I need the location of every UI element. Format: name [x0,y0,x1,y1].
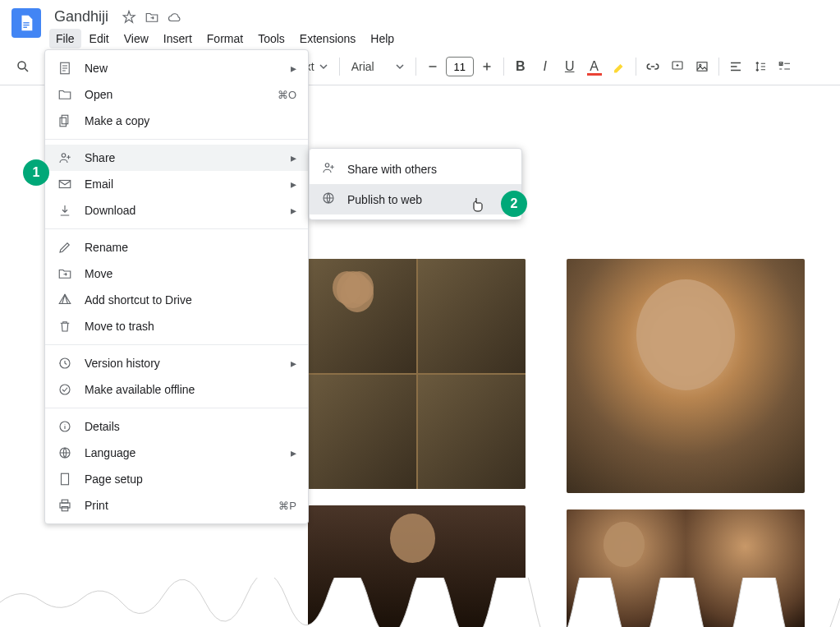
svg-point-11 [62,154,66,158]
separator [45,139,308,140]
menu-format[interactable]: Format [200,29,250,48]
title-area: Gandhiji File Edit View Insert Format To… [49,7,401,48]
embedded-image[interactable] [567,259,805,493]
menu-move[interactable]: Move [45,260,308,287]
menu-details[interactable]: Details [45,413,308,440]
label: Details [85,420,120,433]
label: Publish to web [347,193,422,206]
menu-make-copy[interactable]: Make a copy [45,108,308,134]
docs-logo[interactable] [11,8,41,38]
svg-rect-0 [23,22,29,23]
separator [45,228,308,229]
insert-link-icon[interactable] [641,55,664,78]
checklist-icon[interactable] [773,55,796,78]
copy-icon [57,113,73,129]
document-title[interactable]: Gandhiji [49,7,113,27]
font-size-input[interactable]: 11 [446,57,474,76]
menu-move-trash[interactable]: Move to trash [45,313,308,339]
underline-icon[interactable]: U [558,55,581,78]
chevron-right-icon: ▸ [291,204,296,217]
label: Make a copy [85,114,149,127]
label: Email [85,177,113,191]
font-dropdown[interactable]: Arial [345,57,411,76]
chevron-right-icon: ▸ [291,151,296,164]
edit-icon [57,239,73,256]
label: Move [85,267,112,280]
svg-point-21 [325,164,329,168]
svg-rect-2 [23,27,27,28]
search-icon[interactable] [11,55,34,78]
cloud-icon[interactable] [168,10,182,25]
menu-make-offline[interactable]: Make available offline [45,376,308,403]
svg-rect-9 [62,115,68,124]
menu-tools[interactable]: Tools [251,29,291,48]
separator [503,58,504,76]
menu-extensions[interactable]: Extensions [293,29,362,48]
menu-download[interactable]: Download ▸ [45,197,308,224]
menu-help[interactable]: Help [364,29,401,48]
svg-rect-17 [62,473,69,485]
label: Open [85,88,112,101]
svg-point-14 [60,385,70,394]
menu-insert[interactable]: Insert [157,29,199,48]
offline-icon [57,381,73,398]
svg-rect-20 [62,507,68,511]
embedded-image[interactable] [308,259,526,489]
star-icon[interactable] [122,10,136,25]
svg-rect-5 [697,62,707,71]
page-icon [57,471,73,487]
separator [45,408,308,408]
menu-rename[interactable]: Rename [45,234,308,260]
share-submenu: Share with others Publish to web [309,148,522,220]
menu-view[interactable]: View [117,29,155,48]
globe-icon [57,445,73,461]
menubar: File Edit View Insert Format Tools Exten… [49,29,401,48]
separator [718,58,719,76]
label: Page setup [85,473,143,486]
drive-shortcut-icon [57,292,73,308]
info-icon [57,418,73,435]
menu-language[interactable]: Language ▸ [45,440,308,466]
insert-image-icon[interactable] [691,55,714,78]
menu-new[interactable]: New ▸ [45,55,308,81]
menu-page-setup[interactable]: Page setup [45,466,308,492]
globe-icon [321,191,336,208]
email-icon [57,176,73,192]
download-icon [57,202,73,219]
decrease-font-icon[interactable] [421,55,444,78]
document-icon [57,60,73,76]
move-folder-icon[interactable] [145,10,159,25]
menu-edit[interactable]: Edit [83,29,116,48]
print-icon [57,497,73,514]
menu-file[interactable]: File [49,29,81,48]
menu-version-history[interactable]: Version history ▸ [45,350,308,376]
label: Rename [85,241,128,254]
folder-icon [57,86,73,103]
align-icon[interactable] [724,55,747,78]
label: Move to trash [85,320,154,333]
menu-add-shortcut[interactable]: Add shortcut to Drive [45,287,308,313]
annotation-badge-2: 2 [501,191,527,217]
increase-font-icon[interactable] [475,55,498,78]
label: Download [85,204,135,217]
label: Add shortcut to Drive [85,293,192,307]
label: Language [85,446,135,459]
separator [45,344,308,345]
line-spacing-icon[interactable] [749,55,772,78]
submenu-publish-web[interactable]: Publish to web [310,184,521,214]
italic-icon[interactable]: I [534,55,557,78]
cursor-pointer-icon [471,197,484,215]
submenu-share-others[interactable]: Share with others [310,154,521,184]
menu-email[interactable]: Email ▸ [45,171,308,197]
svg-point-3 [18,62,25,69]
menu-print[interactable]: Print ⌘P [45,492,308,519]
text-color-icon[interactable]: A [583,55,606,78]
add-comment-icon[interactable] [666,55,689,78]
font-name: Arial [351,60,374,73]
bold-icon[interactable]: B [509,55,532,78]
menu-share[interactable]: Share ▸ [45,145,308,171]
chevron-right-icon: ▸ [291,177,296,191]
highlight-icon[interactable] [608,55,631,78]
menu-open[interactable]: Open ⌘O [45,81,308,108]
trash-icon [57,318,73,334]
